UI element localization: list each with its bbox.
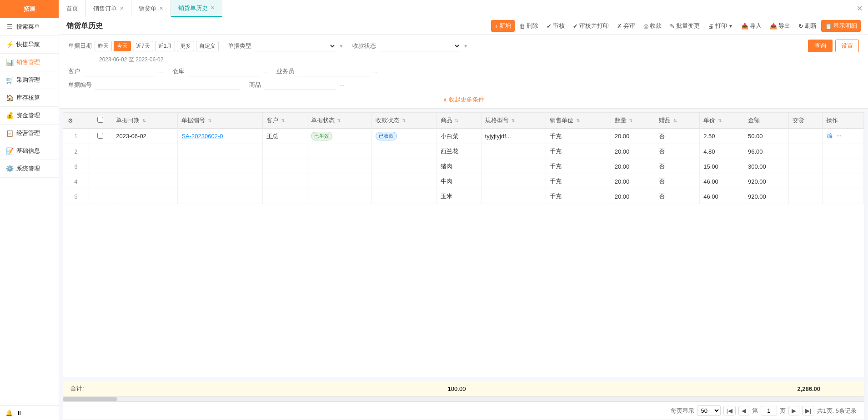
row-unit-3: 千克: [546, 159, 611, 174]
setup-button[interactable]: 设置: [835, 40, 859, 52]
pause-icon[interactable]: ⏸: [16, 410, 22, 416]
col-doc-status[interactable]: 单据状态 ⇅: [307, 113, 372, 129]
col-price[interactable]: 单价 ⇅: [700, 113, 744, 129]
date-custom-btn[interactable]: 自定义: [196, 41, 219, 51]
horizontal-scrollbar[interactable]: [63, 397, 864, 401]
per-page-select[interactable]: 50 100 200: [697, 405, 721, 416]
row-1-checkbox[interactable]: [97, 133, 103, 139]
sidebar-item-operation-mgmt[interactable]: 📋 经营管理: [0, 125, 59, 142]
row-checkbox-3[interactable]: [89, 159, 112, 174]
audit-button[interactable]: ✔ 审核: [543, 20, 568, 32]
col-doc-no[interactable]: 单据编号 ⇅: [178, 113, 263, 129]
col-date[interactable]: 单据日期 ⇅: [112, 113, 178, 129]
collect-button[interactable]: ◎ 收款: [640, 20, 665, 32]
import-button[interactable]: 📥 导入: [738, 20, 765, 32]
goods-filter-label: 商品: [249, 81, 261, 89]
abandon-button[interactable]: ✗ 弃审: [613, 20, 639, 32]
goods-dots[interactable]: ···: [339, 82, 344, 89]
col-gift[interactable]: 赠品 ⇅: [655, 113, 700, 129]
sidebar-item-search-menu[interactable]: ☰ 搜索菜单: [0, 18, 59, 36]
collapse-button[interactable]: ∧ 收起更多条件: [68, 94, 859, 105]
show-detail-button[interactable]: 📋 显示明细: [821, 20, 861, 32]
new-button[interactable]: + 新增: [491, 20, 515, 32]
col-spec[interactable]: 规格型号 ⇅: [481, 113, 546, 129]
sidebar-item-purchase-mgmt[interactable]: 🛒 采购管理: [0, 71, 59, 89]
tab-sales-history[interactable]: 销货单历史 ✕: [171, 0, 222, 17]
first-page-btn[interactable]: |◀: [723, 406, 736, 415]
customer-filter-input[interactable]: [83, 66, 156, 76]
row-gift-3: 否: [655, 159, 700, 174]
salesperson-dots[interactable]: ···: [372, 68, 377, 75]
col-gear[interactable]: ⚙: [63, 113, 89, 129]
tab-sales-goods-close[interactable]: ✕: [159, 5, 163, 11]
scrollbar-thumb[interactable]: [63, 397, 117, 401]
type-filter-select[interactable]: [254, 40, 336, 51]
date-more-btn[interactable]: 更多: [177, 41, 194, 51]
notification-icon[interactable]: 🔔: [5, 410, 13, 416]
sidebar-item-system-mgmt[interactable]: ⚙️ 系统管理: [0, 160, 59, 178]
batch-change-button[interactable]: ✎ 批量变更: [666, 20, 703, 32]
export-button[interactable]: 📤 导出: [766, 20, 794, 32]
docno-filter-input[interactable]: [95, 80, 240, 90]
audit-print-button[interactable]: ✔ 审核并打印: [569, 20, 612, 32]
tab-sales-history-close[interactable]: ✕: [211, 5, 215, 11]
row-amount-2: 96.00: [744, 144, 788, 159]
sidebar-item-sales-mgmt[interactable]: 📊 销售管理: [0, 54, 59, 71]
delete-button[interactable]: 🗑 删除: [516, 20, 542, 32]
col-amount[interactable]: 金额: [744, 113, 788, 129]
row-1-more-btn[interactable]: ⋯: [835, 133, 843, 139]
date-last7days-btn[interactable]: 近7天: [133, 41, 153, 51]
row-1-edit-btn[interactable]: 编: [826, 132, 833, 140]
refresh-button[interactable]: ↻ 刷新: [795, 20, 820, 32]
tab-home[interactable]: 首页: [59, 0, 86, 17]
print-button[interactable]: 🖨 打印 ▼: [704, 20, 737, 32]
quick-nav-icon: ⚡: [5, 40, 14, 49]
row-checkbox-2[interactable]: [89, 144, 112, 159]
collect-status-select[interactable]: [379, 40, 461, 51]
col-unit[interactable]: 销售单位 ⇅: [546, 113, 611, 129]
prev-page-btn[interactable]: ◀: [738, 406, 749, 415]
date-yesterday-btn[interactable]: 昨天: [95, 41, 112, 51]
operation-mgmt-icon: 📋: [5, 129, 14, 137]
window-close-button[interactable]: ✕: [851, 4, 868, 13]
date-today-btn[interactable]: 今天: [114, 41, 131, 51]
col-checkbox[interactable]: [89, 113, 112, 129]
filter-date-item: 单据日期 昨天 今天 近7天 近1月 更多 自定义: [68, 41, 219, 51]
row-unit-5: 千克: [546, 189, 611, 204]
last-page-btn[interactable]: ▶|: [802, 406, 814, 415]
goods-filter-input[interactable]: [264, 80, 336, 90]
row-checkbox-1[interactable]: [89, 129, 112, 144]
sidebar-item-label: 采购管理: [16, 76, 40, 84]
row-checkbox-5[interactable]: [89, 189, 112, 204]
table-header-row: ⚙ 单据日期 ⇅ 单据编号 ⇅ 客户 ⇅: [63, 113, 864, 129]
row-goods-3: 猪肉: [437, 159, 481, 174]
col-goods[interactable]: 商品 ⇅: [437, 113, 481, 129]
col-customer[interactable]: 客户 ⇅: [262, 113, 307, 129]
tab-sales-order[interactable]: 销售订单 ✕: [86, 0, 131, 17]
collapse-arrow-icon: ∧: [443, 96, 447, 103]
salesperson-filter-input[interactable]: [297, 66, 370, 76]
col-trade[interactable]: 交货: [788, 113, 822, 129]
col-collect-status[interactable]: 收款状态 ⇅: [372, 113, 437, 129]
sidebar-item-basic-info[interactable]: 📝 基础信息: [0, 142, 59, 160]
unit-sort-icon: ⇅: [576, 118, 580, 123]
tab-sales-order-close[interactable]: ✕: [120, 5, 124, 11]
sidebar-item-inventory-calc[interactable]: 🏠 库存核算: [0, 89, 59, 107]
tab-sales-goods[interactable]: 销货单 ✕: [131, 0, 171, 17]
date-last1month-btn[interactable]: 近1月: [155, 41, 176, 51]
current-page-input[interactable]: [761, 406, 777, 415]
next-page-btn[interactable]: ▶: [788, 406, 799, 415]
row-checkbox-4[interactable]: [89, 174, 112, 189]
col-qty[interactable]: 数量 ⇅: [611, 113, 655, 129]
sidebar-item-quick-nav[interactable]: ⚡ 快捷导航: [0, 36, 59, 54]
date-range-display: 2023-06-02 至 2023-06-02: [99, 56, 163, 63]
row-docno-link-1[interactable]: SA-20230602-0: [181, 133, 223, 140]
select-all-checkbox[interactable]: [97, 117, 103, 123]
row-num-4: 4: [63, 174, 89, 189]
warehouse-dots[interactable]: ···: [262, 68, 267, 75]
sidebar-item-finance-mgmt[interactable]: 💰 资金管理: [0, 107, 59, 125]
warehouse-filter-input[interactable]: [187, 66, 260, 76]
customer-dots[interactable]: ···: [158, 68, 163, 75]
query-button[interactable]: 查询: [808, 40, 833, 52]
gift-sort-icon: ⇅: [673, 118, 677, 123]
